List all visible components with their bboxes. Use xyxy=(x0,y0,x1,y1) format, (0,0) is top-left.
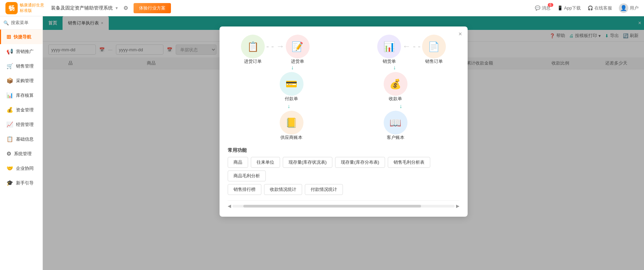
sales-order-circle: 📄 xyxy=(422,35,446,58)
receipt-bill-label: 收款单 xyxy=(389,96,402,102)
sidebar-item-inventory[interactable]: 📊 库存核算 xyxy=(0,88,42,103)
app-wrapper: 畅 畅康通好生意 标准版 装备及固定资产辅助管理系统 ▾ ⚙ 体验行业方案 💬 … xyxy=(0,0,644,270)
cf-btn-product[interactable]: 商品 xyxy=(228,157,248,168)
purchase-icon: 📦 xyxy=(6,77,13,84)
modal-overlay[interactable]: × 📋 进货订单 - - → xyxy=(43,16,644,270)
payment-bill-icon: 💳 xyxy=(285,78,297,90)
arrow-po-pb: - - → xyxy=(266,41,284,58)
title-dropdown-icon[interactable]: ▾ xyxy=(116,5,118,11)
cf-btn-stock-dist[interactable]: 现存量(库存分布表) xyxy=(335,157,385,168)
guide-icon: 🎓 xyxy=(6,180,13,186)
scroll-right-button[interactable]: ▶ xyxy=(456,203,459,209)
sales-order-icon: 📄 xyxy=(428,41,440,52)
quick-nav-icon: ⊞ xyxy=(6,34,11,40)
receipt-bill-icon: 💰 xyxy=(389,78,401,90)
flow-item-sales-order[interactable]: 📄 销售订单 xyxy=(422,35,446,65)
main-area: 🔍 搜索菜单 ⊞ 快捷导航 📢 营销推广 🛒 销售管理 📦 采购管理 📊 xyxy=(0,16,644,270)
basic-info-icon: 📋 xyxy=(6,136,13,142)
payment-bill-circle: 💳 xyxy=(280,72,303,96)
message-button[interactable]: 💬 消息 6 xyxy=(535,5,551,11)
flow-modal: × 📋 进货订单 - - → xyxy=(220,26,468,217)
payment-bill-label: 付款单 xyxy=(285,96,298,102)
gear-icon[interactable]: ⚙ xyxy=(123,5,128,11)
sidebar-item-system[interactable]: ⚙ 系统管理 xyxy=(0,146,42,161)
flow-item-sales-bill[interactable]: 📊 销货单 xyxy=(377,35,401,65)
cf-btn-partner[interactable]: 往来单位 xyxy=(251,157,280,168)
sales-bill-circle: 📊 xyxy=(377,35,401,58)
sidebar-item-quick-nav[interactable]: ⊞ 快捷导航 xyxy=(0,30,42,44)
down-arrow-rec: ↓ xyxy=(399,103,435,109)
top-bar: 畅 畅康通好生意 标准版 装备及固定资产辅助管理系统 ▾ ⚙ 体验行业方案 💬 … xyxy=(0,0,644,16)
purchase-bill-circle: 📝 xyxy=(286,35,310,58)
flow-item-customer-account[interactable]: 📖 客户账本 xyxy=(384,111,407,141)
sidebar-item-operations[interactable]: 📈 经营管理 xyxy=(0,117,42,132)
top-right-actions: 💬 消息 6 📱 App下载 🎧 在线客服 👤 用户 xyxy=(535,3,639,13)
search-menu-button[interactable]: 🔍 搜索菜单 xyxy=(0,16,42,30)
flow-item-supplier-account[interactable]: 📒 供应商账本 xyxy=(280,111,303,141)
logo-icon: 畅 xyxy=(5,2,18,14)
scrollbar-track xyxy=(232,205,455,208)
receipt-bill-circle: 💰 xyxy=(384,72,407,96)
purchase-bill-icon: 📝 xyxy=(292,41,303,52)
sidebar-item-marketing[interactable]: 📢 营销推广 xyxy=(0,44,42,59)
cf-btn-sales-ranking[interactable]: 销售排行榜 xyxy=(228,184,261,195)
purchase-order-icon: 📋 xyxy=(247,41,259,52)
search-icon: 🔍 xyxy=(3,20,9,25)
down-arrow-pb: ↓ xyxy=(280,65,304,71)
sales-order-label: 销售订单 xyxy=(425,58,443,65)
common-function-buttons: 商品 往来单位 现存量(库存状况表) 现存量(库存分布表) 销售毛利分析表 商品… xyxy=(228,157,459,181)
phone-icon: 📱 xyxy=(557,5,563,11)
flow-item-purchase-order[interactable]: 📋 进货订单 xyxy=(241,35,265,65)
common-functions-title: 常用功能 xyxy=(228,147,459,154)
cf-btn-stock-status[interactable]: 现存量(库存状况表) xyxy=(283,157,333,168)
arrow-so-sb: ← - - xyxy=(402,41,420,58)
flow-item-payment-bill[interactable]: 💳 付款单 xyxy=(280,72,303,102)
avatar: 👤 xyxy=(619,3,628,13)
sales-icon: 🛒 xyxy=(6,63,13,69)
modal-close-button[interactable]: × xyxy=(458,31,462,38)
inventory-icon: 📊 xyxy=(6,92,13,98)
user-menu[interactable]: 👤 用户 xyxy=(619,3,639,13)
down-arrow-sb: ↓ xyxy=(383,65,406,71)
headset-icon: 🎧 xyxy=(588,5,593,11)
sales-bill-icon: 📊 xyxy=(383,41,395,52)
scroll-left-button[interactable]: ◀ xyxy=(228,203,231,209)
flow-item-receipt-bill[interactable]: 💰 收款单 xyxy=(384,72,407,102)
sidebar-item-cooperation[interactable]: 🤝 企业协同 xyxy=(0,161,42,176)
cf-btn-payment-stats[interactable]: 付款情况统计 xyxy=(305,184,343,195)
sidebar-item-guide[interactable]: 🎓 新手引导 xyxy=(0,176,42,190)
modal-scrollbar: ◀ ▶ xyxy=(228,200,459,209)
sidebar: 🔍 搜索菜单 ⊞ 快捷导航 📢 营销推广 🛒 销售管理 📦 采购管理 📊 xyxy=(0,16,43,270)
experience-button[interactable]: 体验行业方案 xyxy=(134,3,171,13)
online-service-button[interactable]: 🎧 在线客服 xyxy=(588,5,612,11)
message-icon: 💬 xyxy=(535,5,540,11)
cf-btn-product-profit[interactable]: 商品毛利分析 xyxy=(228,170,266,181)
operations-icon: 📈 xyxy=(6,121,13,128)
common-functions: 常用功能 商品 往来单位 现存量(库存状况表) 现存量(库存分布表) 销售毛利分… xyxy=(228,147,459,195)
sidebar-item-basic-info[interactable]: 📋 基础信息 xyxy=(0,132,42,146)
sidebar-item-purchase[interactable]: 📦 采购管理 xyxy=(0,73,42,88)
supplier-account-icon: 📒 xyxy=(285,117,297,128)
down-arrow-pay: ↓ xyxy=(252,103,288,109)
logo-text: 畅康通好生意 标准版 xyxy=(20,3,44,13)
flow-item-purchase-bill[interactable]: 📝 进货单 xyxy=(286,35,310,65)
supplier-account-circle: 📒 xyxy=(280,111,303,134)
sidebar-item-finance[interactable]: 💰 资金管理 xyxy=(0,103,42,117)
sidebar-item-sales[interactable]: 🛒 销售管理 xyxy=(0,59,42,73)
purchase-bill-label: 进货单 xyxy=(291,58,304,65)
cf-btn-sales-profit[interactable]: 销售毛利分析表 xyxy=(388,157,430,168)
cf-btn-receipt-stats[interactable]: 收款情况统计 xyxy=(264,184,302,195)
sales-bill-label: 销货单 xyxy=(383,58,396,65)
finance-icon: 💰 xyxy=(6,107,13,113)
message-badge: 6 xyxy=(548,3,553,7)
cooperation-icon: 🤝 xyxy=(6,165,13,172)
purchase-order-circle: 📋 xyxy=(241,35,265,58)
app-download-button[interactable]: 📱 App下载 xyxy=(557,5,581,11)
common-function-buttons-row2: 销售排行榜 收款情况统计 付款情况统计 xyxy=(228,184,459,195)
system-title: 装备及固定资产辅助管理系统 xyxy=(51,5,113,11)
customer-account-icon: 📖 xyxy=(389,117,401,128)
customer-account-circle: 📖 xyxy=(384,111,407,134)
customer-account-label: 客户账本 xyxy=(387,134,404,141)
marketing-icon: 📢 xyxy=(6,48,13,55)
supplier-account-label: 供应商账本 xyxy=(280,134,302,141)
